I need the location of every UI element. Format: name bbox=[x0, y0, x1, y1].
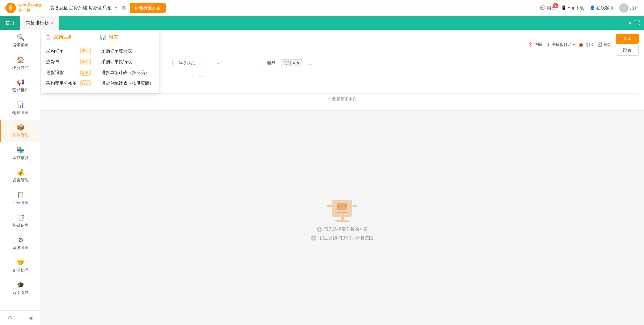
app-download-btn[interactable]: 📱 App下载 bbox=[561, 5, 584, 11]
tab-home[interactable]: 首页 bbox=[0, 16, 20, 30]
tab-sales-ranking[interactable]: 销售排行榜 × bbox=[20, 16, 59, 30]
sidebar-settings-icon[interactable]: ⚙ bbox=[8, 315, 12, 321]
print-dropdown-icon[interactable]: ▾ bbox=[573, 43, 575, 47]
enterprise-icon: 🤝 bbox=[17, 259, 24, 266]
empty-illustration bbox=[322, 193, 362, 224]
history-badge-0[interactable]: 历史 bbox=[80, 48, 91, 54]
print-btn[interactable]: 🖨 按模板打印 ▾ bbox=[546, 42, 575, 48]
svg-point-3 bbox=[344, 205, 347, 207]
inventory-icon: 🏪 bbox=[17, 146, 24, 154]
svg-point-2 bbox=[337, 205, 340, 207]
step-1-num: 1 bbox=[317, 227, 322, 232]
avatar bbox=[619, 3, 629, 13]
empty-text-2: 2 用[过滤]条件来缩小分析范围 bbox=[311, 235, 373, 241]
sidebar-item-search[interactable]: 🔍 搜索菜单 bbox=[0, 30, 40, 52]
step-2-num: 2 bbox=[311, 235, 316, 241]
dropdown-section-report: 📊 报表 采购订单统计表 采购订单执行表 进货单统计表（按商品） 进货单统计表（… bbox=[100, 34, 155, 89]
sidebar-item-quick-nav[interactable]: 🏠 快捷导航 bbox=[0, 52, 40, 75]
guide-icon: 🎓 bbox=[17, 281, 24, 289]
dropdown-item-purchase-order[interactable]: 采购订单 历史 bbox=[45, 46, 92, 56]
system-title: 装备及固定资产辅助管理系统 bbox=[50, 5, 111, 11]
dropdown-section-purchase: 📋 采购业务 采购订单 历史 进货单 历史 进货退货 历史 采购费用分摊单 bbox=[45, 34, 92, 89]
online-service-btn[interactable]: 👤 在线客服 bbox=[589, 5, 614, 11]
message-icon: 💬 bbox=[540, 5, 545, 10]
tab-close-icon[interactable]: × bbox=[51, 21, 53, 25]
operations-icon: 📋 bbox=[17, 191, 24, 199]
marketing-icon: 📢 bbox=[17, 79, 24, 86]
dropdown-item-purchase-receipt[interactable]: 进货单 历史 bbox=[45, 56, 92, 67]
dropdown-section-purchase-title: 📋 采购业务 bbox=[45, 34, 92, 42]
svg-rect-4 bbox=[337, 212, 347, 213]
industry-btn[interactable]: 体验行业方案 bbox=[130, 3, 166, 13]
history-badge-2[interactable]: 历史 bbox=[80, 70, 91, 76]
sales-icon: 📊 bbox=[17, 101, 24, 109]
dropdown-item-report-receipt-supplier[interactable]: 进货单统计表（按供应商） bbox=[100, 78, 155, 89]
sidebar-item-guide[interactable]: 🎓 新手引导 bbox=[0, 277, 40, 300]
dropdown-item-purchase-return[interactable]: 进货退货 历史 bbox=[45, 67, 92, 78]
tab-close-full-icon[interactable]: ✕ bbox=[628, 20, 632, 26]
refresh-btn[interactable]: 🔄 刷新 bbox=[597, 42, 612, 48]
sidebar-bottom: ⚙ ◀ bbox=[0, 310, 40, 325]
help-icon: ❓ bbox=[528, 42, 533, 47]
sidebar-item-basic-info[interactable]: 📑 基础信息 bbox=[0, 210, 40, 232]
phone-icon: 📱 bbox=[561, 5, 566, 10]
report-section-icon: 📊 bbox=[100, 34, 107, 40]
system-icon: ⚙ bbox=[18, 236, 23, 244]
finance-icon: 💰 bbox=[17, 169, 24, 176]
dropdown-menu: 📋 采购业务 采购订单 历史 进货单 历史 进货退货 历史 采购费用分摊单 bbox=[40, 30, 159, 93]
sidebar-item-system[interactable]: ⚙ 系统管理 bbox=[0, 232, 40, 255]
voucher-status-arrow-icon: ▾ bbox=[217, 62, 219, 65]
sidebar-item-purchase[interactable]: 📦 采购管理 bbox=[0, 120, 40, 142]
salesman-dots[interactable]: ... bbox=[199, 72, 203, 78]
sidebar-item-operations[interactable]: 📋 经营管理 bbox=[0, 187, 40, 210]
collapse-up-icon: ∧ bbox=[328, 97, 331, 101]
goods-dots[interactable]: ... bbox=[308, 60, 312, 66]
top-header: 6 畅捷通好生意 标准版 装备及固定资产辅助管理系统 ▾ ⚙ 体验行业方案 💬 … bbox=[0, 0, 644, 16]
content-area: 📋 采购业务 采购订单 历史 进货单 历史 进货退货 历史 采购费用分摊单 bbox=[40, 30, 644, 325]
history-badge-1[interactable]: 历史 bbox=[80, 59, 91, 65]
export-btn[interactable]: 📤 导出 bbox=[579, 42, 593, 48]
tab-maximize-icon[interactable]: ⛶ bbox=[635, 20, 640, 26]
sidebar-item-marketing[interactable]: 📢 营销推广 bbox=[0, 75, 40, 97]
customer-dots[interactable]: ... bbox=[159, 84, 164, 90]
dropdown-item-report-order-exec[interactable]: 采购订单执行表 bbox=[100, 56, 155, 67]
goods-filter: 设计素 × bbox=[281, 59, 302, 67]
dropdown-arrow-icon[interactable]: ▾ bbox=[115, 6, 117, 10]
print-icon: 🖨 bbox=[546, 42, 550, 47]
dropdown-item-report-receipt-goods[interactable]: 进货单统计表（按商品） bbox=[100, 67, 155, 78]
search-icon: 🔍 bbox=[17, 34, 24, 41]
svg-rect-8 bbox=[352, 205, 357, 207]
dropdown-section-report-title: 📊 报表 bbox=[100, 34, 155, 42]
refresh-icon: 🔄 bbox=[597, 42, 602, 47]
tab-bar: 首页 销售排行榜 × ✕ ⛶ bbox=[0, 16, 644, 30]
svg-rect-7 bbox=[327, 205, 332, 207]
sidebar-item-finance[interactable]: 💰 资金管理 bbox=[0, 165, 40, 187]
basic-info-icon: 📑 bbox=[17, 214, 24, 221]
sidebar-item-sales[interactable]: 📊 销售管理 bbox=[0, 97, 40, 120]
message-btn[interactable]: 💬 消息 9 bbox=[540, 5, 556, 11]
user-btn[interactable]: 用户 bbox=[619, 3, 639, 13]
top-right: 💬 消息 9 📱 App下载 👤 在线客服 用户 bbox=[540, 3, 639, 13]
tab-expand: ✕ ⛶ bbox=[628, 20, 644, 26]
settings-icon[interactable]: ⚙ bbox=[121, 5, 126, 11]
main-layout: 🔍 搜索菜单 🏠 快捷导航 📢 营销推广 📊 销售管理 📦 采购管理 🏪 库存核… bbox=[0, 30, 644, 325]
logo-icon: 6 bbox=[5, 3, 16, 13]
collapse-bar[interactable]: ∧ 收起更多条件 bbox=[46, 93, 639, 105]
history-badge-3[interactable]: 历史 bbox=[80, 80, 91, 86]
service-icon: 👤 bbox=[589, 5, 595, 10]
goods-tag: 设计素 × bbox=[281, 59, 302, 67]
sidebar-item-inventory[interactable]: 🏪 库存核算 bbox=[0, 142, 40, 165]
set-btn[interactable]: 设置 bbox=[616, 45, 639, 56]
voucher-status-label: 单据状态 bbox=[178, 60, 195, 66]
dropdown-item-purchase-expense[interactable]: 采购费用分摊单 历史 bbox=[45, 78, 92, 89]
export-icon: 📤 bbox=[579, 42, 584, 47]
logo-text: 畅捷通好生意 标准版 bbox=[18, 3, 42, 13]
dropdown-item-report-order-stat[interactable]: 采购订单统计表 bbox=[100, 46, 155, 56]
help-btn[interactable]: ❓ 帮助 bbox=[528, 42, 542, 48]
sidebar: 🔍 搜索菜单 🏠 快捷导航 📢 营销推广 📊 销售管理 📦 采购管理 🏪 库存核… bbox=[0, 30, 40, 325]
voucher-status-select[interactable]: ▾ bbox=[201, 60, 261, 67]
purchase-section-icon: 📋 bbox=[45, 34, 51, 40]
sidebar-item-enterprise[interactable]: 🤝 企业协同 bbox=[0, 255, 40, 277]
sidebar-collapse-icon[interactable]: ◀ bbox=[28, 315, 32, 321]
query-btn[interactable]: 查询 bbox=[616, 34, 639, 44]
